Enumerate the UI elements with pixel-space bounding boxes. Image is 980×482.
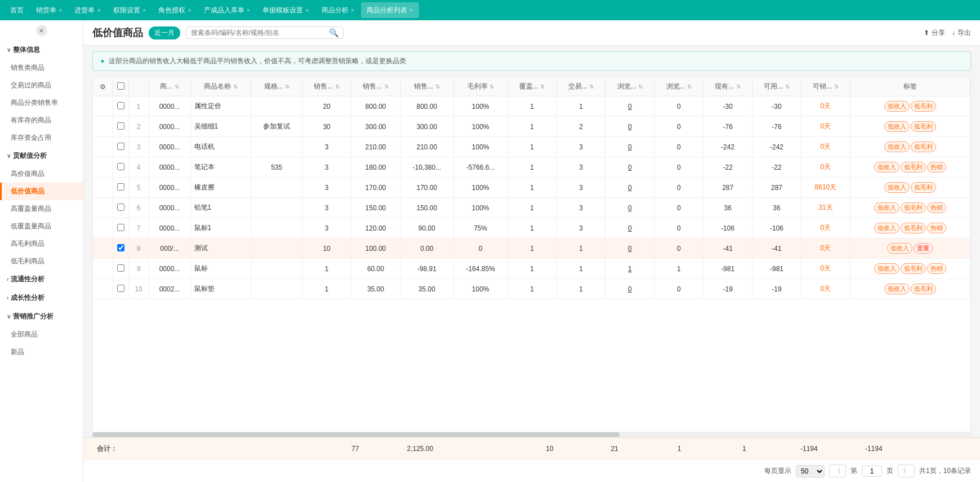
col-coverage[interactable]: 覆盖... ⇅ (507, 77, 556, 96)
sidebar-item-traded-products[interactable]: 交易过的商品 (0, 77, 83, 94)
col-current[interactable]: 现有... ⇅ (703, 77, 752, 96)
view1-link[interactable]: 0 (628, 184, 632, 192)
row-checkbox[interactable] (117, 122, 124, 130)
sidebar-collapse-btn[interactable]: « (36, 25, 47, 36)
sidebar-item-sales-products[interactable]: 销售类商品 (0, 59, 83, 77)
sidebar-item-stock-products[interactable]: 有库存的商品 (0, 112, 83, 129)
search-icon[interactable]: 🔍 (329, 28, 338, 37)
col-tags[interactable]: 标签 (850, 77, 970, 96)
nav-analysis-list[interactable]: 商品分析列表 × (361, 2, 418, 18)
cell-checkbox[interactable] (113, 279, 128, 299)
sidebar-item-category-rate[interactable]: 商品分类销售率 (0, 94, 83, 112)
sidebar-item-low-margin[interactable]: 低毛利商品 (0, 253, 83, 270)
nav-permissions[interactable]: 权限设置 × (108, 2, 152, 18)
row-checkbox[interactable] (117, 204, 124, 211)
cell-view1[interactable]: 0 (605, 279, 654, 299)
sidebar-item-high-coverage[interactable]: 高覆盖量商品 (0, 200, 83, 218)
nav-analysis-list-close[interactable]: × (409, 7, 413, 14)
col-saleable[interactable]: 可销... ⇅ (801, 77, 850, 96)
share-button[interactable]: ⬆ 分享 (924, 28, 945, 38)
row-checkbox[interactable] (117, 244, 124, 251)
cell-checkbox[interactable] (113, 218, 128, 238)
col-view1[interactable]: 浏览... ⇅ (605, 77, 654, 96)
page-input[interactable] (862, 466, 882, 477)
col-sales-price[interactable]: 销售... ⇅ (351, 77, 400, 96)
cell-view1[interactable]: 0 (605, 178, 654, 198)
cell-checkbox[interactable] (113, 137, 128, 157)
cell-view1[interactable]: 0 (605, 198, 654, 218)
col-code[interactable]: 商... ⇅ (149, 77, 190, 96)
nav-sales-close[interactable]: × (59, 7, 62, 14)
sidebar-item-capital[interactable]: 库存资金占用 (0, 129, 83, 147)
sidebar-item-new-products[interactable]: 新品 (0, 343, 83, 361)
next-page-btn[interactable]: 〉 (898, 465, 915, 477)
view1-link[interactable]: 0 (628, 285, 632, 293)
col-transaction[interactable]: 交易... ⇅ (556, 77, 605, 96)
col-available[interactable]: 可用... ⇅ (752, 77, 801, 96)
cell-view1[interactable]: 0 (605, 96, 654, 117)
cell-checkbox[interactable] (113, 96, 128, 117)
col-spec[interactable]: 规格... ⇅ (251, 77, 302, 96)
sidebar-section-liquidity[interactable]: › 流通性分析 (0, 270, 83, 289)
view1-link[interactable]: 0 (628, 204, 632, 212)
cell-view1[interactable]: 0 (605, 137, 654, 157)
row-checkbox[interactable] (117, 102, 124, 109)
cell-view1[interactable]: 1 (605, 259, 654, 279)
col-settings[interactable]: ⚙ (93, 77, 113, 96)
nav-warehouse[interactable]: 产成品入库单 × (198, 2, 256, 18)
sidebar-item-all-products[interactable]: 全部商品 (0, 326, 83, 343)
prev-page-btn[interactable]: 〈 (829, 465, 846, 477)
cell-view1[interactable]: 0 (605, 218, 654, 238)
nav-permissions-close[interactable]: × (142, 7, 146, 14)
sidebar-item-low-coverage[interactable]: 低覆盖量商品 (0, 218, 83, 235)
view1-link[interactable]: 0 (628, 123, 632, 131)
cell-checkbox[interactable] (113, 157, 128, 178)
nav-home[interactable]: 首页 (5, 2, 29, 18)
view1-link[interactable]: 0 (628, 103, 632, 110)
nav-product-analysis-close[interactable]: × (351, 7, 354, 14)
sidebar-section-marketing[interactable]: ∨ 营销推广分析 (0, 307, 83, 326)
nav-template-close[interactable]: × (305, 7, 309, 14)
view1-link[interactable]: 0 (628, 143, 632, 151)
row-checkbox[interactable] (117, 163, 124, 170)
sidebar-item-high-margin[interactable]: 高毛利商品 (0, 235, 83, 253)
sidebar-section-overview[interactable]: ∨ 整体信息 (0, 41, 83, 59)
col-checkbox[interactable] (113, 77, 128, 96)
sidebar-section-contribution[interactable]: ∨ 贡献值分析 (0, 147, 83, 165)
view1-link[interactable]: 0 (628, 245, 632, 253)
nav-purchase-close[interactable]: × (97, 7, 100, 14)
row-checkbox[interactable] (117, 264, 124, 272)
cell-view1[interactable]: 0 (605, 157, 654, 178)
nav-sales[interactable]: 销货单 × (30, 2, 68, 18)
view1-link[interactable]: 0 (628, 224, 632, 232)
cell-checkbox[interactable] (113, 259, 128, 279)
nav-template[interactable]: 单据模板设置 × (257, 2, 314, 18)
nav-roles[interactable]: 角色授权 × (153, 2, 197, 18)
nav-roles-close[interactable]: × (188, 7, 191, 14)
row-checkbox[interactable] (117, 224, 124, 231)
cell-checkbox[interactable] (113, 178, 128, 198)
cell-view1[interactable]: 0 (605, 238, 654, 259)
col-name[interactable]: 商品名称 ⇅ (190, 77, 251, 96)
col-gross-margin[interactable]: 毛利率 ⇅ (453, 77, 507, 96)
time-filter-button[interactable]: 近一月 (149, 26, 180, 39)
nav-warehouse-close[interactable]: × (247, 7, 250, 14)
scrollbar[interactable] (92, 432, 971, 437)
sidebar-item-high-value[interactable]: 高价值商品 (0, 165, 83, 183)
col-view2[interactable]: 浏览... ⇅ (654, 77, 703, 96)
nav-product-analysis[interactable]: 商品分析 × (316, 2, 360, 18)
nav-purchase[interactable]: 进货单 × (69, 2, 106, 18)
row-checkbox[interactable] (117, 143, 124, 150)
view1-link[interactable]: 1 (628, 265, 632, 273)
cell-checkbox[interactable] (113, 238, 128, 259)
search-input[interactable] (191, 29, 326, 37)
sidebar-section-growth[interactable]: › 成长性分析 (0, 289, 83, 307)
select-all-checkbox[interactable] (117, 82, 124, 90)
col-sales-amount[interactable]: 销售... ⇅ (400, 77, 453, 96)
cell-checkbox[interactable] (113, 117, 128, 137)
export-button[interactable]: ↓ 导出 (952, 28, 971, 38)
row-checkbox[interactable] (117, 285, 124, 292)
sidebar-item-low-value[interactable]: 低价值商品 (0, 183, 83, 200)
view1-link[interactable]: 0 (628, 163, 632, 171)
cell-checkbox[interactable] (113, 198, 128, 218)
